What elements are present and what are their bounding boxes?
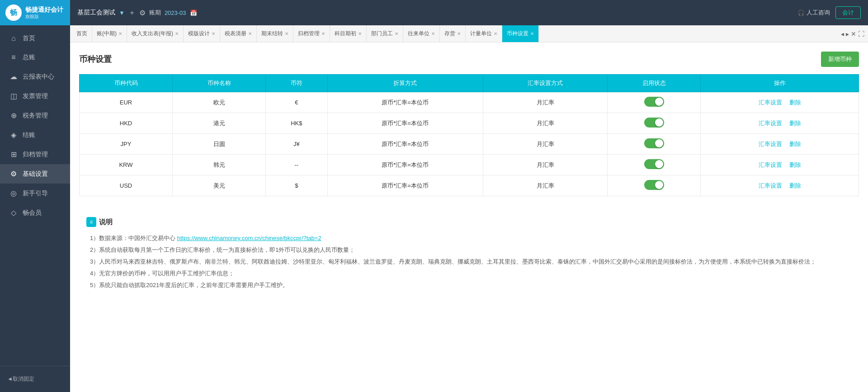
- tab-currency[interactable]: 币种设置 ✕: [502, 25, 539, 43]
- tabs-expand-button[interactable]: ⛶: [858, 30, 864, 38]
- tab-close-icon[interactable]: ✕: [248, 31, 252, 36]
- sidebar-pin-button[interactable]: ◄取消固定: [0, 371, 70, 387]
- tab-partners[interactable]: 往来单位 ✕: [403, 25, 440, 43]
- cell-symbol: HK$: [266, 113, 327, 134]
- tab-close-icon[interactable]: ✕: [395, 31, 398, 36]
- cell-code: HKD: [80, 113, 173, 134]
- tab-close-icon[interactable]: ✕: [285, 31, 288, 36]
- toggle-switch[interactable]: [644, 97, 664, 107]
- sidebar-nav: ⌂ 首页 ≡ 总账 ☁ 云报表中心 ◫ 发票管理 ⊕ 税务管理 ◈ 结账 ⊞ 归…: [0, 25, 70, 366]
- toggle-switch[interactable]: [644, 118, 664, 128]
- cell-name: 欧元: [173, 92, 266, 113]
- sidebar-item-member[interactable]: ◇ 畅会员: [0, 203, 70, 222]
- page-title: 币种设置: [79, 54, 112, 65]
- sidebar-item-home[interactable]: ⌂ 首页: [0, 29, 70, 48]
- cell-code: KRW: [80, 155, 173, 175]
- cell-symbol: J¥: [266, 134, 327, 155]
- cell-actions: 汇率设置 删除: [701, 113, 859, 134]
- accounting-button[interactable]: 会计: [835, 6, 861, 19]
- tab-inventory[interactable]: 存货 ✕: [440, 25, 466, 43]
- tabs-next-button[interactable]: ▸: [846, 30, 849, 38]
- calendar-icon[interactable]: 📅: [190, 9, 197, 16]
- notice-title-text: 说明: [99, 218, 113, 227]
- tab-label: 收入支出表(年报): [132, 30, 173, 38]
- home-icon: ⌂: [9, 34, 18, 43]
- rate-setting-link[interactable]: 汇率设置: [759, 141, 782, 147]
- rate-setting-link[interactable]: 汇率设置: [759, 161, 782, 168]
- toggle-switch[interactable]: [644, 180, 664, 190]
- delete-link[interactable]: 删除: [789, 161, 801, 168]
- rate-setting-link[interactable]: 汇率设置: [759, 120, 782, 127]
- tab-tax-book[interactable]: 税表清册 ✕: [220, 25, 257, 43]
- rate-setting-link[interactable]: 汇率设置: [759, 182, 782, 189]
- cell-rate: 月汇率: [483, 134, 608, 155]
- delete-link[interactable]: 删除: [789, 120, 801, 127]
- topbar-title: 基层工会测试: [77, 9, 115, 17]
- sidebar-item-settle[interactable]: ◈ 结账: [0, 125, 70, 145]
- table-row: HKD 港元 HK$ 原币*汇率=本位币 月汇率 汇率设置 删除: [80, 113, 859, 134]
- delete-link[interactable]: 删除: [789, 182, 801, 189]
- settle-icon: ◈: [9, 131, 18, 139]
- delete-link[interactable]: 删除: [789, 99, 801, 106]
- col-calc: 折算方式: [327, 75, 483, 92]
- cell-status[interactable]: [608, 175, 701, 196]
- sidebar-item-label: 基础设置: [23, 170, 48, 178]
- sidebar-item-archive[interactable]: ⊞ 归档管理: [0, 145, 70, 164]
- sidebar-item-label: 总账: [23, 53, 35, 61]
- tab-archive-mgmt[interactable]: 归档管理 ✕: [293, 25, 330, 43]
- sidebar-item-tax[interactable]: ⊕ 税务管理: [0, 106, 70, 125]
- cell-status[interactable]: [608, 113, 701, 134]
- tab-label: 往来单位: [408, 30, 429, 38]
- tabs-close-button[interactable]: ✕: [851, 30, 856, 38]
- cell-name: 港元: [173, 113, 266, 134]
- delete-link[interactable]: 删除: [789, 141, 801, 147]
- tab-period-close[interactable]: 期末结转 ✕: [257, 25, 293, 43]
- col-name: 币种名称: [173, 75, 266, 92]
- tab-label: 归档管理: [298, 30, 320, 38]
- sidebar-item-guide[interactable]: ◎ 新手引导: [0, 184, 70, 203]
- tab-close-icon[interactable]: ✕: [431, 31, 435, 36]
- tab-close-icon[interactable]: ✕: [118, 31, 122, 36]
- sidebar-item-basic[interactable]: ⚙ 基础设置: [0, 164, 70, 184]
- toggle-track: [644, 118, 664, 128]
- dropdown-icon[interactable]: ▼: [119, 9, 125, 16]
- notice-item: 2）系统自动获取每月第一个工作日的汇率标价，统一为直接标价法，即1外币可以兑换的…: [90, 244, 852, 256]
- tab-template[interactable]: 模版设计 ✕: [184, 25, 220, 43]
- cell-status[interactable]: [608, 155, 701, 175]
- cell-name: 美元: [173, 175, 266, 196]
- notice-item: 3）人民币对马来西亚林吉特、俄罗斯卢布、南非兰特、韩元、阿联酋迪拉姆、沙特里亚尔…: [90, 256, 852, 268]
- tab-close-icon[interactable]: ✕: [175, 31, 179, 36]
- sidebar-item-ledger[interactable]: ≡ 总账: [0, 48, 70, 67]
- tab-close-icon[interactable]: ✕: [321, 31, 325, 36]
- tab-close-icon[interactable]: ✕: [457, 31, 461, 36]
- tab-close-icon[interactable]: ✕: [358, 31, 362, 36]
- tab-annual[interactable]: 收入支出表(年报) ✕: [127, 25, 184, 43]
- help-button[interactable]: 🎧 人工咨询: [797, 9, 830, 17]
- new-currency-button[interactable]: 新增币种: [821, 52, 859, 67]
- logo-icon: 畅: [5, 5, 22, 21]
- sidebar-item-invoice[interactable]: ◫ 发票管理: [0, 86, 70, 106]
- tab-dept[interactable]: 部门员工 ✕: [367, 25, 403, 43]
- cell-code: EUR: [80, 92, 173, 113]
- help-label: 人工咨询: [807, 9, 830, 17]
- rate-setting-link[interactable]: 汇率设置: [759, 99, 782, 106]
- tab-close-icon[interactable]: ✕: [494, 31, 497, 36]
- logo-text: 畅捷通好会计: [25, 5, 63, 14]
- cell-actions: 汇率设置 删除: [701, 134, 859, 155]
- tabs-prev-button[interactable]: ◂: [841, 30, 844, 38]
- tab-close-icon[interactable]: ✕: [212, 31, 215, 36]
- tab-midterm[interactable]: 账(中期) ✕: [92, 25, 127, 43]
- tab-units[interactable]: 计量单位 ✕: [466, 25, 502, 43]
- tab-close-icon[interactable]: ✕: [530, 31, 534, 36]
- add-tab-button[interactable]: ＋: [128, 8, 136, 18]
- page-title-row: 币种设置 新增币种: [79, 52, 859, 67]
- cell-status[interactable]: [608, 134, 701, 155]
- notice-link[interactable]: https://www.chinamoney.com.cn/chinese/bk…: [177, 235, 321, 241]
- settings-button[interactable]: ⚙: [139, 9, 146, 17]
- sidebar-item-reports[interactable]: ☁ 云报表中心: [0, 67, 70, 86]
- toggle-switch[interactable]: [644, 159, 664, 169]
- toggle-switch[interactable]: [644, 138, 664, 148]
- cell-status[interactable]: [608, 92, 701, 113]
- tab-subjects[interactable]: 科目期初 ✕: [330, 25, 367, 43]
- tab-home[interactable]: 首页: [72, 25, 92, 43]
